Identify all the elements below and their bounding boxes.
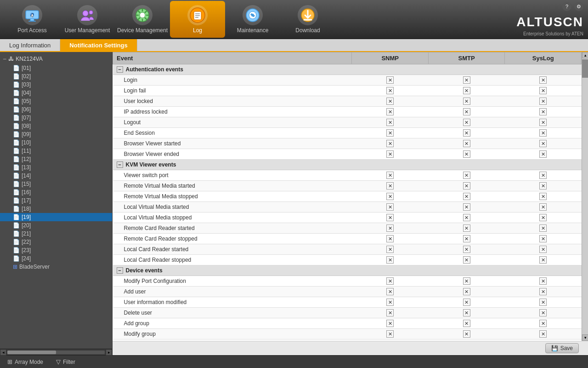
- smtp-checkbox[interactable]: ✕: [463, 214, 470, 221]
- smtp-checkbox[interactable]: ✕: [463, 129, 470, 137]
- sidebar-item-04[interactable]: 📄[04]: [0, 89, 112, 97]
- scroll-up-arrow[interactable]: ▴: [582, 52, 588, 58]
- snmp-cell[interactable]: ✕: [352, 181, 429, 191]
- snmp-cell[interactable]: ✕: [352, 117, 429, 128]
- section-toggle[interactable]: −: [117, 66, 123, 73]
- syslog-checkbox[interactable]: ✕: [539, 193, 547, 200]
- snmp-checkbox[interactable]: ✕: [386, 288, 394, 295]
- syslog-cell[interactable]: ✕: [505, 181, 582, 191]
- smtp-cell[interactable]: ✕: [428, 287, 505, 297]
- smtp-checkbox[interactable]: ✕: [463, 98, 470, 105]
- snmp-checkbox[interactable]: ✕: [386, 119, 394, 126]
- syslog-cell[interactable]: ✕: [505, 223, 582, 234]
- collapse-root-icon[interactable]: −: [3, 55, 6, 63]
- snmp-checkbox[interactable]: ✕: [386, 203, 394, 211]
- snmp-cell[interactable]: ✕: [352, 255, 429, 265]
- smtp-checkbox[interactable]: ✕: [463, 76, 470, 84]
- syslog-checkbox[interactable]: ✕: [539, 129, 547, 137]
- syslog-checkbox[interactable]: ✕: [539, 172, 547, 179]
- snmp-checkbox[interactable]: ✕: [386, 140, 394, 147]
- snmp-checkbox[interactable]: ✕: [386, 299, 394, 306]
- syslog-cell[interactable]: ✕: [505, 170, 582, 181]
- scroll-thumb-v[interactable]: [582, 59, 588, 78]
- syslog-cell[interactable]: ✕: [505, 276, 582, 287]
- tree-root[interactable]: − 🖧 KN2124VA: [0, 54, 112, 64]
- snmp-cell[interactable]: ✕: [352, 276, 429, 287]
- snmp-cell[interactable]: ✕: [352, 202, 429, 213]
- snmp-checkbox[interactable]: ✕: [386, 320, 394, 327]
- settings-icon[interactable]: ⚙: [574, 2, 583, 11]
- snmp-cell[interactable]: ✕: [352, 213, 429, 223]
- smtp-checkbox[interactable]: ✕: [463, 172, 470, 179]
- snmp-checkbox[interactable]: ✕: [386, 256, 394, 264]
- syslog-checkbox[interactable]: ✕: [539, 182, 547, 190]
- nav-download[interactable]: Download: [280, 1, 335, 38]
- sidebar-item-19[interactable]: 📄[19]: [0, 213, 112, 221]
- syslog-cell[interactable]: ✕: [505, 318, 582, 329]
- snmp-cell[interactable]: ✕: [352, 234, 429, 244]
- snmp-checkbox[interactable]: ✕: [386, 150, 394, 158]
- snmp-cell[interactable]: ✕: [352, 96, 429, 107]
- sidebar-item-02[interactable]: 📄[02]: [0, 72, 112, 80]
- snmp-checkbox[interactable]: ✕: [386, 129, 394, 137]
- smtp-cell[interactable]: ✕: [428, 75, 505, 86]
- syslog-checkbox[interactable]: ✕: [539, 224, 547, 232]
- sidebar-item-05[interactable]: 📄[05]: [0, 97, 112, 105]
- smtp-cell[interactable]: ✕: [428, 223, 505, 234]
- nav-log[interactable]: Log: [170, 1, 225, 38]
- smtp-cell[interactable]: ✕: [428, 318, 505, 329]
- snmp-cell[interactable]: ✕: [352, 329, 429, 339]
- syslog-cell[interactable]: ✕: [505, 86, 582, 96]
- syslog-checkbox[interactable]: ✕: [539, 119, 547, 126]
- smtp-checkbox[interactable]: ✕: [463, 150, 470, 158]
- snmp-checkbox[interactable]: ✕: [386, 309, 394, 316]
- syslog-cell[interactable]: ✕: [505, 149, 582, 160]
- smtp-cell[interactable]: ✕: [428, 181, 505, 191]
- nav-port-access[interactable]: Port Access: [5, 1, 60, 38]
- snmp-checkbox[interactable]: ✕: [386, 98, 394, 105]
- sidebar-item-17[interactable]: 📄[17]: [0, 196, 112, 205]
- syslog-checkbox[interactable]: ✕: [539, 309, 547, 316]
- syslog-cell[interactable]: ✕: [505, 244, 582, 255]
- syslog-cell[interactable]: ✕: [505, 297, 582, 308]
- sidebar-item-11[interactable]: 📄[11]: [0, 147, 112, 155]
- snmp-checkbox[interactable]: ✕: [386, 224, 394, 232]
- smtp-cell[interactable]: ✕: [428, 107, 505, 117]
- syslog-cell[interactable]: ✕: [505, 138, 582, 149]
- smtp-checkbox[interactable]: ✕: [463, 288, 470, 295]
- syslog-cell[interactable]: ✕: [505, 329, 582, 339]
- sidebar-item-18[interactable]: 📄[18]: [0, 205, 112, 213]
- tab-log-information[interactable]: Log Information: [0, 39, 60, 51]
- snmp-cell[interactable]: ✕: [352, 318, 429, 329]
- syslog-checkbox[interactable]: ✕: [539, 235, 547, 242]
- smtp-cell[interactable]: ✕: [428, 138, 505, 149]
- syslog-checkbox[interactable]: ✕: [539, 203, 547, 211]
- sidebar-item-08[interactable]: 📄[08]: [0, 122, 112, 130]
- snmp-cell[interactable]: ✕: [352, 223, 429, 234]
- sidebar-item-06[interactable]: 📄[06]: [0, 105, 112, 114]
- smtp-cell[interactable]: ✕: [428, 234, 505, 244]
- smtp-checkbox[interactable]: ✕: [463, 246, 470, 253]
- save-button[interactable]: 💾 Save: [545, 343, 579, 353]
- syslog-cell[interactable]: ✕: [505, 96, 582, 107]
- smtp-checkbox[interactable]: ✕: [463, 320, 470, 327]
- syslog-cell[interactable]: ✕: [505, 287, 582, 297]
- snmp-cell[interactable]: ✕: [352, 191, 429, 202]
- syslog-cell[interactable]: ✕: [505, 213, 582, 223]
- snmp-cell[interactable]: ✕: [352, 297, 429, 308]
- scrollbar-v[interactable]: ▴ ▾: [582, 52, 588, 341]
- table-scroll[interactable]: Event SNMP SMTP SysLog −Authentication e…: [113, 52, 582, 341]
- syslog-checkbox[interactable]: ✕: [539, 330, 547, 338]
- snmp-cell[interactable]: ✕: [352, 149, 429, 160]
- smtp-checkbox[interactable]: ✕: [463, 309, 470, 316]
- snmp-cell[interactable]: ✕: [352, 308, 429, 318]
- snmp-checkbox[interactable]: ✕: [386, 235, 394, 242]
- filter-button[interactable]: ▽ Filter: [53, 357, 78, 366]
- help-icon[interactable]: ?: [562, 2, 571, 11]
- smtp-checkbox[interactable]: ✕: [463, 330, 470, 338]
- sidebar-item-12[interactable]: 📄[12]: [0, 155, 112, 163]
- smtp-checkbox[interactable]: ✕: [463, 235, 470, 242]
- syslog-cell[interactable]: ✕: [505, 117, 582, 128]
- sidebar-item-16[interactable]: 📄[16]: [0, 188, 112, 196]
- snmp-cell[interactable]: ✕: [352, 244, 429, 255]
